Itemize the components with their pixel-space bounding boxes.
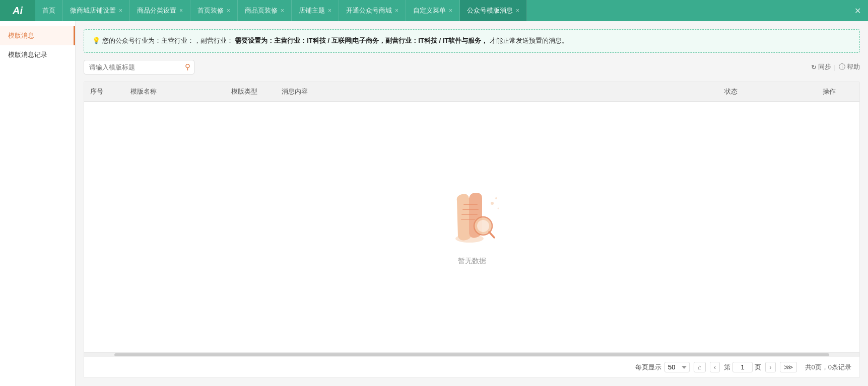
nav-tab-open-mall[interactable]: 开通公众号商城× [339, 0, 406, 21]
sync-button[interactable]: ↻ 同步 [811, 62, 831, 71]
sync-icon: ↻ [811, 63, 817, 71]
toolbar-right: ↻ 同步 | ⓘ 帮助 [811, 62, 860, 71]
content-area: 💡 您的公众号行业为：主营行业：，副营行业： 需要设置为：主营行业：IT科技 /… [76, 21, 868, 386]
th-action: 操作 [799, 82, 859, 101]
empty-icon [442, 188, 502, 249]
notice-icon: 💡 [92, 37, 100, 44]
close-tab-shop-settings[interactable]: × [119, 7, 122, 14]
app-logo-text: Ai [13, 5, 23, 17]
nav-tab-home[interactable]: 首页 [35, 0, 63, 21]
horizontal-scrollbar[interactable] [84, 352, 859, 356]
sync-label: 同步 [818, 62, 831, 71]
search-button[interactable]: ⚲ [185, 62, 190, 71]
sidebar-items-container: 模版消息模版消息记录 [0, 26, 75, 64]
last-page-button[interactable]: ⋙ [780, 362, 797, 372]
page-size-label: 每页显示 [635, 363, 661, 372]
nav-tab-shop-settings[interactable]: 微商城店铺设置× [63, 0, 130, 21]
nav-tab-product-decor[interactable]: 商品页装修× [238, 0, 292, 21]
empty-state: 暂无数据 [84, 102, 859, 352]
toolbar-divider: | [834, 63, 836, 71]
close-tab-open-mall[interactable]: × [395, 7, 398, 14]
pagination: 每页显示 10 20 50 100 ⌂ ‹ 第 页 › ⋙ 共0 [84, 356, 859, 377]
th-type: 模版类型 [225, 82, 276, 101]
scrollbar-thumb[interactable] [114, 353, 829, 356]
svg-line-7 [489, 232, 494, 238]
svg-point-9 [495, 197, 497, 199]
search-input[interactable] [84, 60, 194, 74]
sidebar-item-template-msg-records[interactable]: 模版消息记录 [0, 45, 75, 64]
svg-point-6 [477, 220, 489, 232]
svg-point-10 [497, 207, 499, 209]
current-page-input[interactable] [732, 362, 753, 372]
close-tab-shop-theme[interactable]: × [328, 7, 331, 14]
main-layout: 模版消息模版消息记录 💡 您的公众号行业为：主营行业：，副营行业： 需要设置为：… [0, 21, 868, 386]
help-icon: ⓘ [839, 62, 845, 71]
nav-tab-custom-menu[interactable]: 自定义菜单× [406, 0, 460, 21]
close-all-button[interactable]: ✕ [847, 6, 868, 16]
table-header: 序号 模版名称 模版类型 消息内容 状态 操作 [84, 82, 859, 102]
help-label: 帮助 [847, 62, 860, 71]
table-wrap: 序号 模版名称 模版类型 消息内容 状态 操作 [84, 82, 860, 378]
page-input-wrap: 第 页 [724, 362, 761, 372]
nav-tab-template-msg[interactable]: 公众号模版消息× [460, 0, 527, 21]
page-size-wrap: 每页显示 10 20 50 100 [635, 362, 690, 372]
th-name: 模版名称 [124, 82, 225, 101]
close-tab-product-decor[interactable]: × [281, 7, 284, 14]
notice-prefix: 您的公众号行业为：主营行业：，副营行业： [102, 37, 233, 44]
current-page-label: 第 [724, 363, 730, 372]
help-button[interactable]: ⓘ 帮助 [839, 62, 860, 71]
close-tab-category-settings[interactable]: × [179, 7, 183, 14]
notice-suffix: 才能正常发送预置的消息。 [490, 37, 568, 44]
sidebar: 模版消息模版消息记录 [0, 21, 76, 386]
empty-text: 暂无数据 [458, 257, 486, 266]
close-tab-custom-menu[interactable]: × [449, 7, 452, 14]
notice-highlight: 需要设置为：主营行业：IT科技 / 互联网|电子商务，副营行业：IT科技 / I… [235, 37, 488, 44]
page-unit-label: 页 [755, 363, 761, 372]
nav-tabs-container: 首页微商城店铺设置×商品分类设置×首页装修×商品页装修×店铺主题×开通公众号商城… [35, 0, 847, 21]
search-input-wrap: ⚲ [84, 60, 194, 74]
total-text: 共0页，0条记录 [805, 363, 851, 372]
nav-tab-home-decor[interactable]: 首页装修× [190, 0, 238, 21]
svg-point-8 [491, 202, 494, 205]
th-status: 状态 [718, 82, 799, 101]
nav-tab-category-settings[interactable]: 商品分类设置× [130, 0, 190, 21]
prev-page-button[interactable]: ‹ [710, 362, 720, 372]
close-tab-home-decor[interactable]: × [227, 7, 230, 14]
notice-box: 💡 您的公众号行业为：主营行业：，副营行业： 需要设置为：主营行业：IT科技 /… [84, 29, 860, 53]
page-size-select[interactable]: 10 20 50 100 [664, 362, 690, 372]
sidebar-item-template-msg[interactable]: 模版消息 [0, 26, 75, 45]
th-seq: 序号 [84, 82, 124, 101]
top-nav: Ai 首页微商城店铺设置×商品分类设置×首页装修×商品页装修×店铺主题×开通公众… [0, 0, 868, 21]
search-bar: ⚲ ↻ 同步 | ⓘ 帮助 [84, 60, 860, 74]
app-logo: Ai [0, 0, 35, 21]
nav-tab-shop-theme[interactable]: 店铺主题× [292, 0, 339, 21]
close-tab-template-msg[interactable]: × [516, 7, 519, 14]
th-content: 消息内容 [276, 82, 718, 101]
first-page-button[interactable]: ⌂ [694, 362, 706, 372]
next-page-button[interactable]: › [765, 362, 775, 372]
